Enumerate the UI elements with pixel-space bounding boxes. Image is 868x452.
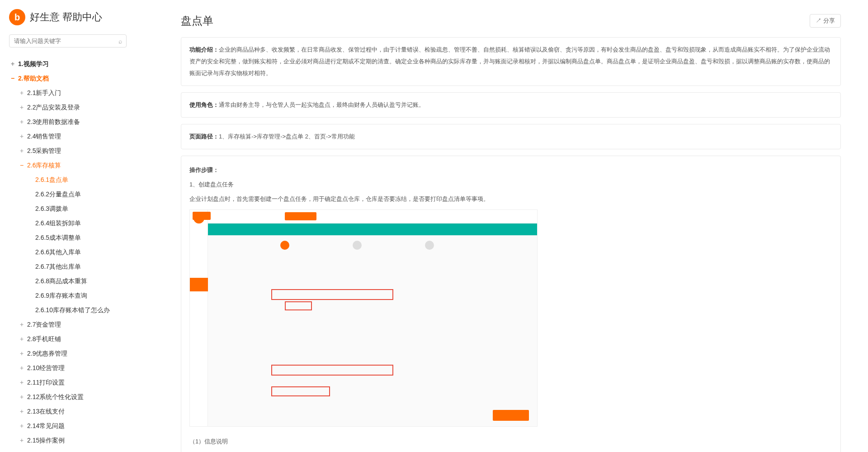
search-icon[interactable]: ⌕ <box>118 38 122 45</box>
plus-icon: + <box>18 433 25 447</box>
share-button[interactable]: ↗ 分享 <box>810 14 841 28</box>
search-box: ⌕ <box>9 34 127 48</box>
nav-2-6-9[interactable]: 2.6.9库存账本查询 <box>9 288 136 303</box>
nav-2-6[interactable]: −2.6库存核算 <box>9 158 136 172</box>
logo-icon: b <box>9 9 25 25</box>
step1-desc: 企业计划盘点时，首先需要创建一个盘点任务，用于确定盘点仓库，仓库是否要冻结，是否… <box>189 193 832 205</box>
page-title: 盘点单 <box>181 14 213 28</box>
nav-help-docs[interactable]: −2.帮助文档 <box>9 71 136 86</box>
logo[interactable]: b 好生意 帮助中心 <box>9 9 136 25</box>
info-line1: 1）单据日期：建立盘点任务的时间 <box>189 450 832 452</box>
plus-icon: + <box>18 317 25 332</box>
minus-icon: − <box>18 158 25 172</box>
sidebar: b 好生意 帮助中心 ⌕ +1.视频学习 −2.帮助文档 +2.1新手入门 +2… <box>0 0 136 452</box>
plus-icon: + <box>18 390 25 404</box>
plus-icon: + <box>18 375 25 390</box>
nav-2-3[interactable]: +2.3使用前数据准备 <box>9 114 136 129</box>
nav-2-10[interactable]: +2.10经营管理 <box>9 361 136 375</box>
nav-2-14[interactable]: +2.14常见问题 <box>9 419 136 433</box>
logo-text: 好生意 帮助中心 <box>30 10 102 24</box>
steps-card: 操作步骤： 1、创建盘点任务 企业计划盘点时，首先需要创建一个盘点任务，用于确定… <box>181 156 841 452</box>
plus-icon: + <box>18 114 25 129</box>
minus-icon: − <box>9 71 16 86</box>
plus-icon: + <box>18 346 25 361</box>
role-card: 使用角色：通常由财务主导，与仓管人员一起实地盘点，最终由财务人员确认盈亏并记账。 <box>181 92 841 118</box>
role-label: 使用角色： <box>189 101 219 108</box>
nav-2-5[interactable]: +2.5采购管理 <box>9 143 136 158</box>
nav-2-13[interactable]: +2.13在线支付 <box>9 404 136 419</box>
nav-2-6-10[interactable]: 2.6.10库存账本错了怎么办 <box>9 303 136 317</box>
role-text: 通常由财务主导，与仓管人员一起实地盘点，最终由财务人员确认盈亏并记账。 <box>219 101 425 108</box>
intro-label: 功能介绍： <box>189 46 219 53</box>
nav-2-11[interactable]: +2.11打印设置 <box>9 375 136 390</box>
step1-title: 1、创建盘点任务 <box>189 179 832 190</box>
nav-2-6-7[interactable]: 2.6.7其他出库单 <box>9 259 136 274</box>
nav-tree: +1.视频学习 −2.帮助文档 +2.1新手入门 +2.2产品安装及登录 +2.… <box>9 57 136 447</box>
plus-icon: + <box>18 332 25 346</box>
path-label: 页面路径： <box>189 133 219 140</box>
nav-2-6-4[interactable]: 2.6.4组装拆卸单 <box>9 216 136 230</box>
plus-icon: + <box>18 404 25 419</box>
plus-icon: + <box>18 100 25 114</box>
nav-2-6-6[interactable]: 2.6.6其他入库单 <box>9 245 136 259</box>
path-text: 1、库存核算->库存管理->盘点单 2、首页->常用功能 <box>219 133 355 140</box>
nav-2-1[interactable]: +2.1新手入门 <box>9 86 136 100</box>
share-icon: ↗ <box>816 17 821 24</box>
intro-text: 企业的商品品种多、收发频繁，在日常商品收发、保管过程中，由于计量错误、检验疏忽、… <box>189 46 830 76</box>
nav-2-12[interactable]: +2.12系统个性化设置 <box>9 390 136 404</box>
info-header: （1）信息说明 <box>189 436 832 447</box>
nav-2-15[interactable]: +2.15操作案例 <box>9 433 136 447</box>
plus-icon: + <box>18 361 25 375</box>
nav-2-2[interactable]: +2.2产品安装及登录 <box>9 100 136 114</box>
share-label: 分享 <box>823 17 835 24</box>
plus-icon: + <box>18 86 25 100</box>
nav-2-4[interactable]: +2.4销售管理 <box>9 129 136 143</box>
nav-2-6-3[interactable]: 2.6.3调拨单 <box>9 201 136 216</box>
plus-icon: + <box>18 419 25 433</box>
nav-2-8[interactable]: +2.8手机旺铺 <box>9 332 136 346</box>
plus-icon: + <box>18 129 25 143</box>
nav-2-6-1[interactable]: 2.6.1盘点单 <box>9 172 136 187</box>
nav-2-6-2[interactable]: 2.6.2分量盘点单 <box>9 187 136 201</box>
nav-2-6-5[interactable]: 2.6.5成本调整单 <box>9 230 136 245</box>
intro-card: 功能介绍：企业的商品品种多、收发频繁，在日常商品收发、保管过程中，由于计量错误、… <box>181 37 841 86</box>
nav-2-9[interactable]: +2.9优惠券管理 <box>9 346 136 361</box>
nav-2-6-8[interactable]: 2.6.8商品成本重算 <box>9 274 136 288</box>
path-card: 页面路径：1、库存核算->库存管理->盘点单 2、首页->常用功能 <box>181 124 841 149</box>
plus-icon: + <box>18 143 25 158</box>
plus-icon: + <box>9 57 16 71</box>
search-input[interactable] <box>9 34 127 48</box>
main-content: 盘点单 ↗ 分享 功能介绍：企业的商品品种多、收发频繁，在日常商品收发、保管过程… <box>136 0 868 452</box>
steps-label: 操作步骤： <box>189 164 832 176</box>
nav-video-learning[interactable]: +1.视频学习 <box>9 57 136 71</box>
nav-2-7[interactable]: +2.7资金管理 <box>9 317 136 332</box>
screenshot-image <box>189 209 538 427</box>
